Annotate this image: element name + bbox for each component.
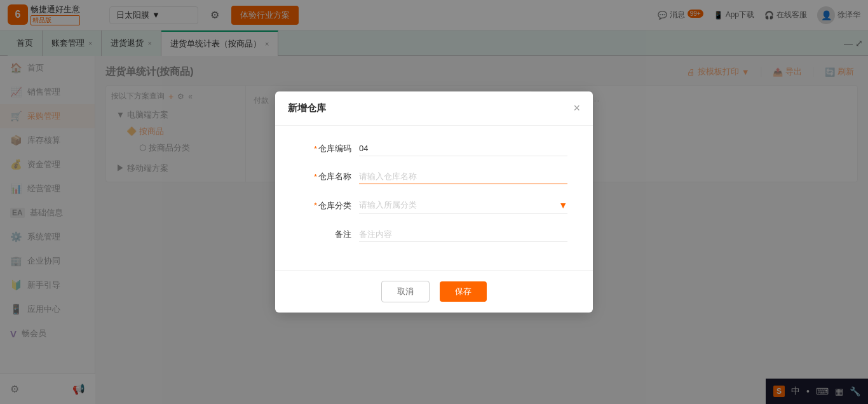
warehouse-code-input[interactable] [359,141,567,156]
required-star-name: * [314,172,317,182]
dialog-title: 新增仓库 [288,102,326,114]
save-button[interactable]: 保存 [440,281,487,302]
category-placeholder: 请输入所属分类 [359,199,417,211]
warehouse-category-select[interactable]: 请输入所属分类 ▼ [359,197,567,214]
category-select-arrow-icon: ▼ [559,200,567,210]
warehouse-name-input[interactable] [359,169,567,184]
remark-label: 备注 [301,229,351,240]
dialog-body: * 仓库编码 * 仓库名称 * 仓库分类 请输入 [275,126,593,270]
name-label: * 仓库名称 [301,171,351,182]
cancel-button[interactable]: 取消 [381,281,430,302]
required-star-code: * [314,144,317,154]
required-star-category: * [314,201,317,210]
form-row-name: * 仓库名称 [301,169,567,184]
code-label: * 仓库编码 [301,143,351,154]
form-row-code: * 仓库编码 [301,141,567,156]
add-warehouse-dialog: 新增仓库 × * 仓库编码 * 仓库名称 [275,91,593,313]
remark-input[interactable] [359,227,567,242]
form-row-category: * 仓库分类 请输入所属分类 ▼ [301,197,567,214]
dialog-close-button[interactable]: × [573,102,580,115]
modal-overlay: 新增仓库 × * 仓库编码 * 仓库名称 [0,0,868,404]
form-row-remark: 备注 [301,227,567,242]
dialog-header: 新增仓库 × [275,91,593,126]
dialog-footer: 取消 保存 [275,270,593,313]
category-label: * 仓库分类 [301,200,351,212]
